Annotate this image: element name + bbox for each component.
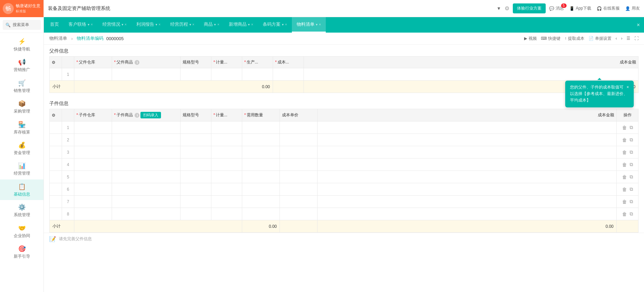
shortcut-action[interactable]: ⌨ 快捷键 [541, 36, 560, 42]
sidebar-item-basic-info[interactable]: 📋 基础信息 [0, 179, 44, 200]
copy-icon[interactable]: ⧉ [630, 125, 633, 130]
tab-close-icon[interactable]: × [159, 23, 161, 26]
document-code-input[interactable] [106, 36, 134, 41]
sidebar-item-purchase[interactable]: 📦 采购管理 [0, 96, 44, 117]
copy-icon[interactable]: ⧉ [630, 162, 633, 167]
child-product-input-1[interactable] [112, 121, 180, 133]
delete-icon[interactable]: 🗑 [622, 174, 627, 180]
parent-warehouse-cell[interactable] [74, 68, 112, 81]
child-cost-price-input-7[interactable] [280, 196, 317, 208]
child-warehouse-input-7[interactable] [74, 196, 112, 208]
child-unit-input-7[interactable] [211, 196, 242, 208]
sidebar-item-marketing[interactable]: 📢 营销推广 [0, 55, 44, 75]
child-cost-price-input-3[interactable] [280, 146, 317, 158]
child-warehouse-cell-1[interactable] [74, 121, 112, 134]
child-qty-cell-1[interactable] [242, 121, 280, 134]
delete-icon[interactable]: 🗑 [622, 211, 627, 217]
child-spec-input-2[interactable] [181, 134, 211, 146]
parent-warehouse-input[interactable] [74, 68, 112, 80]
tab-profit[interactable]: 利润报告 ▾ × [132, 17, 165, 33]
tab-close-icon[interactable]: × [319, 23, 321, 26]
child-qty-input-4[interactable] [242, 159, 280, 171]
tab-home[interactable]: 首页 [45, 17, 64, 33]
tooltip-close-button[interactable]: × [627, 84, 629, 91]
child-unit-input-6[interactable] [211, 183, 242, 195]
child-spec-input-3[interactable] [181, 146, 211, 158]
copy-icon[interactable]: ⧉ [630, 149, 633, 155]
parent-product-input[interactable] [112, 68, 180, 80]
child-cost-price-input-1[interactable] [280, 121, 317, 133]
extract-cost-action[interactable]: ↑ 提取成本 [565, 36, 584, 42]
sidebar-item-system[interactable]: ⚙️ 系统管理 [0, 200, 44, 221]
user-action[interactable]: 👤 用友 [625, 5, 640, 11]
child-product-input-3[interactable] [112, 146, 180, 158]
child-warehouse-input-6[interactable] [74, 183, 112, 195]
tab-history[interactable]: 经营历程 ▾ × [165, 17, 199, 33]
tab-operation-status[interactable]: 经营情况 ▾ × [98, 17, 132, 33]
tab-bom[interactable]: 物料清单 ▾ × [292, 17, 326, 33]
child-cost-price-input-2[interactable] [280, 134, 317, 146]
child-cost-price-cell-1[interactable] [280, 121, 318, 134]
child-cost-price-input-5[interactable] [280, 171, 317, 183]
child-warehouse-input-5[interactable] [74, 171, 112, 183]
child-spec-input-4[interactable] [181, 159, 211, 171]
delete-icon[interactable]: 🗑 [622, 199, 627, 205]
info-icon[interactable]: ℹ [135, 60, 139, 65]
child-cost-price-input-8[interactable] [280, 208, 317, 220]
child-unit-input-1[interactable] [211, 121, 242, 133]
sidebar-item-sales[interactable]: 🛒 销售管理 [0, 76, 44, 96]
sidebar-item-guide[interactable]: 🎯 新手引导 [0, 242, 44, 262]
parent-produce-cell[interactable] [242, 68, 273, 81]
sidebar-item-operation[interactable]: 📊 经营管理 [0, 159, 44, 179]
child-product-input-8[interactable] [112, 208, 180, 220]
copy-icon[interactable]: ⧉ [630, 137, 633, 143]
delete-icon[interactable]: 🗑 [622, 162, 627, 167]
app-download-action[interactable]: 📱 App下载 [569, 5, 591, 11]
copy-icon[interactable]: ⧉ [630, 186, 633, 192]
copy-icon[interactable]: ⧉ [630, 211, 633, 217]
online-service-action[interactable]: 🎧 在线客服 [597, 5, 620, 11]
child-product-input-5[interactable] [112, 171, 180, 183]
copy-icon[interactable]: ⧉ [630, 199, 633, 205]
sidebar-item-quick-nav[interactable]: ⚡ 快捷导航 [0, 34, 44, 55]
child-spec-cell-1[interactable] [181, 121, 211, 134]
child-product-input-6[interactable] [112, 183, 180, 195]
tab-close-icon[interactable]: × [91, 23, 93, 26]
child-qty-input-6[interactable] [242, 183, 280, 195]
list-view-action[interactable]: ☰ [627, 36, 630, 41]
child-qty-input-5[interactable] [242, 171, 280, 183]
delete-icon[interactable]: 🗑 [622, 137, 627, 143]
child-product-cell-1[interactable] [112, 121, 181, 134]
sidebar-item-inventory[interactable]: 🏪 库存核算 [0, 117, 44, 138]
parent-spec-input[interactable] [181, 68, 211, 80]
single-setting-action[interactable]: 📄 单据设置 [589, 36, 611, 42]
view-action[interactable]: ▶ 视频 [524, 36, 537, 42]
expand-action[interactable]: ⛶ [634, 36, 639, 41]
child-spec-input-6[interactable] [181, 183, 211, 195]
child-cost-price-input-6[interactable] [280, 183, 317, 195]
child-warehouse-input-4[interactable] [74, 159, 112, 171]
child-product-input-2[interactable] [112, 134, 180, 146]
child-spec-input-5[interactable] [181, 171, 211, 183]
child-warehouse-input-8[interactable] [74, 208, 112, 220]
child-col-settings[interactable]: ⚙ [50, 109, 62, 121]
scan-input-button[interactable]: 扫码录入 [140, 112, 161, 118]
child-spec-input-7[interactable] [181, 196, 211, 208]
tab-close-icon[interactable]: × [285, 23, 287, 26]
child-product-input-7[interactable] [112, 196, 180, 208]
child-unit-cell-1[interactable] [211, 121, 242, 134]
tab-close-icon[interactable]: × [125, 23, 127, 26]
child-cost-price-input-4[interactable] [280, 159, 317, 171]
parent-spec-cell[interactable] [181, 68, 211, 81]
tab-close-icon[interactable]: × [217, 23, 219, 26]
breadcrumb-parent[interactable]: 物料清单 [49, 35, 67, 42]
child-qty-input-8[interactable] [242, 208, 280, 220]
child-unit-input-4[interactable] [211, 159, 242, 171]
parent-produce-input[interactable] [242, 68, 273, 80]
child-qty-input-1[interactable] [242, 121, 280, 133]
child-warehouse-input-1[interactable] [74, 121, 112, 133]
info-icon[interactable]: ℹ [135, 113, 139, 118]
experience-button[interactable]: 体验行业方案 [513, 3, 546, 13]
child-unit-input-2[interactable] [211, 134, 242, 146]
delete-icon[interactable]: 🗑 [622, 125, 627, 130]
